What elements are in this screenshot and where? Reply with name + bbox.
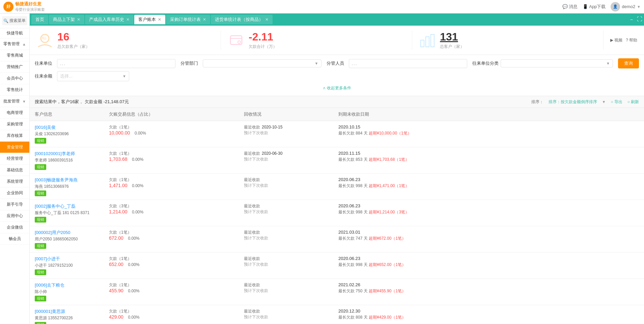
tab-minimize-icon[interactable]: －: [629, 16, 634, 23]
unit-category-select[interactable]: ▼: [501, 59, 613, 67]
video-btn[interactable]: ▶ 视频: [610, 37, 622, 43]
customer-name-link-0[interactable]: [0016]吴俊: [35, 124, 99, 130]
tab-maximize-icon[interactable]: ⛶: [637, 16, 642, 23]
cell-debt-2: 欠款（1笔） 1,471.00 0.00%: [104, 174, 205, 200]
recent-payment-5: 最近收款: [244, 256, 328, 262]
help-btn[interactable]: ? 帮助: [626, 37, 637, 43]
customer-phone-5: 小进干 18279152100: [35, 263, 99, 268]
tab-production-history[interactable]: 产成品入库单历史 ✕: [85, 15, 134, 24]
sidebar-item-retail-mall[interactable]: 零售商城: [0, 50, 29, 61]
sidebar-item-retail-stats[interactable]: 零售统计: [0, 84, 29, 96]
debt-desc-5: 欠款（1笔）: [109, 256, 200, 262]
sidebar-item-system[interactable]: 系统管理: [0, 176, 29, 187]
customer-name-link-3[interactable]: [0002]服务中心_丁磊: [35, 203, 99, 209]
customer-tag-2: 现销: [35, 190, 46, 196]
result-info: 搜索结果中，客户16家， 欠款金额 -21,148.07元: [35, 99, 129, 105]
tab-purchase-order[interactable]: 采购订单统计表 ✕: [166, 15, 210, 24]
debt-percent-5: 0.00%: [128, 262, 139, 267]
overdue-link-1[interactable]: 超期¥1,703.68（1笔）: [369, 157, 409, 162]
stat-label-total: 总客户（家）: [440, 44, 596, 50]
tab-customer-account[interactable]: 客户账本 ✕: [134, 15, 165, 24]
debt-desc-7: 欠款（1笔）: [109, 308, 200, 314]
balance-select[interactable]: 选择... ▼: [57, 71, 129, 81]
tab-product-off[interactable]: 商品上下架 ✕: [49, 15, 84, 24]
debt-amount-2[interactable]: 1,471.00: [109, 183, 128, 188]
sidebar-item-basic-info[interactable]: 基础信息: [0, 165, 29, 176]
chevron-icon2: ▼: [22, 99, 26, 104]
cell-empty-7: [205, 305, 239, 324]
sidebar-item-quick-nav[interactable]: 快捷导航: [0, 28, 29, 38]
debt-amount-3[interactable]: 1,214.00: [109, 209, 128, 214]
tab-stock-stats[interactable]: 进货单统计表（按商品） ✕: [211, 15, 273, 24]
recent-payment-1: 最近收款2020-06-30: [244, 151, 328, 156]
overdue-link-3[interactable]: 超期¥1,214.00（3笔）: [369, 210, 409, 214]
overdue-days-1: 最长欠款 853 天: [338, 157, 369, 162]
cell-recovery-3: 最近收款 预计下次收款: [239, 200, 333, 226]
refresh-btn[interactable]: ○ 刷新: [627, 99, 639, 105]
stat-number-debit-amount: -2.11: [249, 31, 405, 43]
sort-select[interactable]: 排序：按欠款金额倒序排序: [549, 99, 597, 105]
table-row: [0007]小进干 小进干 18279152100 现销 欠款（1笔） 652.…: [30, 253, 644, 279]
customer-phone-2: 海燕 18513066976: [35, 184, 99, 189]
tab-bar-actions: － ⛶: [629, 16, 642, 23]
sidebar-item-operations[interactable]: 经营管理: [0, 153, 29, 165]
overdue-link-5[interactable]: 超期¥652.00（1笔）: [369, 262, 406, 267]
overdue-link-4[interactable]: 超期¥672.00（1笔）: [369, 236, 406, 241]
export-btn[interactable]: ○ 导出: [611, 99, 622, 105]
dept-select[interactable]: ▼: [203, 59, 321, 67]
customer-name-link-7[interactable]: [000001]黄思源: [35, 308, 99, 315]
sidebar-item-batch-mgmt[interactable]: 批发管理▼: [0, 96, 29, 107]
customer-phone-1: 李老师 18600391516: [35, 157, 99, 163]
customer-name-link-1[interactable]: [0001020001]李老师: [35, 151, 99, 157]
sidebar-item-beginner[interactable]: 新手引导: [0, 199, 29, 210]
app-download-btn[interactable]: 📱 App下载: [583, 4, 606, 10]
sidebar-item-app-center[interactable]: 应用中心: [0, 210, 29, 222]
customer-name-link-6[interactable]: [0006]去下粮仓: [35, 282, 99, 288]
sidebar-item-enterprise[interactable]: 企业协同: [0, 187, 29, 199]
overdue-link-2[interactable]: 超期¥1,471.00（1笔）: [369, 183, 409, 188]
cell-empty-5: [205, 253, 239, 279]
debt-amount-1[interactable]: 1,703.68: [109, 156, 128, 162]
debt-percent-7: 0.00%: [128, 315, 139, 320]
sidebar-item-ecommerce[interactable]: 电商管理: [0, 107, 29, 119]
next-payment-0: 预计下次收款: [244, 130, 328, 136]
sidebar-item-vip-member[interactable]: 畅会员: [0, 233, 29, 245]
overdue-link-6[interactable]: 超期¥455.90（1笔）: [369, 289, 406, 293]
customer-name-link-2[interactable]: [0003]畅捷服务尹海燕: [35, 177, 99, 183]
sidebar-item-warehouse[interactable]: 库存核算: [0, 130, 29, 142]
sidebar-item-marketing[interactable]: 营销推广: [0, 61, 29, 73]
debt-amount-7[interactable]: 429.00: [109, 314, 123, 320]
customer-name-link-4[interactable]: [000002]用户2050: [35, 230, 99, 236]
tab-close-customer[interactable]: ✕: [158, 17, 161, 22]
overdue-link-0[interactable]: 超期¥10,000.00（1笔）: [369, 131, 412, 136]
sidebar-item-enterprise-wechat[interactable]: 企业微信: [0, 222, 29, 233]
debt-amount-5[interactable]: 652.00: [109, 262, 123, 267]
sidebar-item-purchase[interactable]: 采购管理: [0, 119, 29, 130]
table-row: [0003]畅捷服务尹海燕 海燕 18513066976 现销 欠款（1笔） 1…: [30, 174, 644, 200]
cell-debt-5: 欠款（1笔） 652.00 0.00%: [104, 253, 205, 279]
user-area[interactable]: 👤 demo2 ▼: [611, 2, 641, 11]
sidebar-item-finance[interactable]: 资金管理: [0, 142, 29, 153]
search-button[interactable]: 查询: [618, 58, 639, 68]
collapse-btn[interactable]: ∧ 收起更多条件: [35, 84, 639, 92]
debt-amount-6[interactable]: 455.90: [109, 288, 123, 293]
sidebar-item-member[interactable]: 会员中心: [0, 73, 29, 84]
message-btn[interactable]: 💬 消息: [562, 4, 578, 10]
tab-close-product-off[interactable]: ✕: [77, 17, 80, 22]
debt-amount-4[interactable]: 672.00: [109, 235, 123, 241]
tab-home[interactable]: 首页: [31, 15, 48, 24]
logo-area: 好 畅捷通好生意 母婴行业演示账套: [3, 1, 45, 12]
tab-close-purchase[interactable]: ✕: [203, 17, 206, 22]
debt-amount-0[interactable]: 10,000.00: [109, 130, 130, 136]
search-menu-btn[interactable]: 🔍 搜索菜单: [2, 16, 27, 25]
sidebar-item-retail-mgmt[interactable]: 零售管理▲: [0, 38, 29, 50]
top-bar-left: 好 畅捷通好生意 母婴行业演示账套: [3, 1, 45, 12]
from-unit-input[interactable]: ...: [57, 59, 175, 68]
customer-name-link-5[interactable]: [0007]小进干: [35, 256, 99, 262]
overdue-link-7[interactable]: 超期¥429.00（1笔）: [369, 315, 406, 320]
tab-close-stock[interactable]: ✕: [265, 17, 269, 22]
person-input[interactable]: ...: [349, 59, 467, 68]
tab-close-production[interactable]: ✕: [126, 17, 130, 22]
stat-icon-debit: [228, 32, 245, 49]
filter-balance: 往来余额 选择... ▼: [35, 71, 129, 81]
